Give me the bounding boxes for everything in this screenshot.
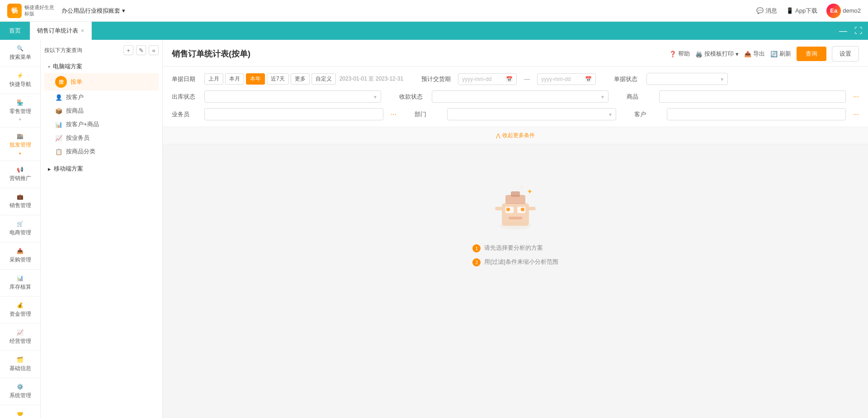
settings-button[interactable]: 设置 xyxy=(832,46,859,62)
empty-tip-2: 2 用[过滤]条件来缩小分析范围 xyxy=(472,258,558,266)
enterprise-icon: 🤝 xyxy=(17,411,24,417)
export-button[interactable]: 📤 导出 xyxy=(744,50,765,58)
date-btn-this-year[interactable]: 本年 xyxy=(246,73,265,85)
svg-text:✦: ✦ xyxy=(527,188,533,195)
page-actions: ❓ 帮助 🖨️ 按模板打印 📤 导出 🔄 刷新 xyxy=(669,46,859,62)
sidebar-item-base[interactable]: 🗂️ 基础信息 xyxy=(0,351,40,378)
goods-input[interactable] xyxy=(659,90,846,103)
chevron-up-icon: ▴ xyxy=(19,151,21,155)
sidebar-item-sales[interactable]: 💼 销售管理 xyxy=(0,188,40,215)
salesperson-more-icon[interactable]: ··· xyxy=(391,110,396,119)
tab-sales-order[interactable]: 销售订单统计表 × xyxy=(30,22,92,40)
collapse-icon: ⋀ xyxy=(496,133,500,139)
svg-point-5 xyxy=(521,208,524,211)
add-scheme-button[interactable]: + xyxy=(123,45,133,55)
empty-tip-1: 1 请先选择要分析的方案 xyxy=(472,244,558,252)
message-action[interactable]: 💬 消息 xyxy=(756,7,777,15)
sidebar-item-marketing[interactable]: 📢 营销推广 xyxy=(0,161,40,188)
close-icon[interactable]: × xyxy=(81,28,84,34)
date-btn-custom[interactable]: 自定义 xyxy=(311,73,336,85)
logo-icon: 畅 xyxy=(7,4,22,18)
sidebar-item-ecommerce[interactable]: 🛒 电商管理 xyxy=(0,215,40,242)
right-panel: 销售订单统计表(按单) ❓ 帮助 🖨️ 按模板打印 📤 导出 xyxy=(163,40,868,418)
refresh-icon: 🔄 xyxy=(770,51,778,57)
payment-select-wrapper xyxy=(432,90,609,103)
sidebar-item-system[interactable]: ⚙️ 系统管理 xyxy=(0,378,40,405)
department-select-wrapper xyxy=(447,108,616,120)
date-btn-more[interactable]: 更多 xyxy=(291,73,310,85)
print-button[interactable]: 🖨️ 按模板打印 xyxy=(695,50,739,58)
scheme-item-by-category[interactable]: 📋 按商品分类 xyxy=(44,145,159,158)
app-download-action[interactable]: 📱 App下载 xyxy=(786,7,817,15)
chevron-down-icon xyxy=(736,51,739,57)
expected-date-start[interactable]: yyyy-mm-dd 📅 xyxy=(458,73,517,85)
collapse-panel-button[interactable]: « xyxy=(149,45,159,55)
system-icon: ⚙️ xyxy=(17,384,24,390)
delivery-select[interactable] xyxy=(204,90,381,103)
scheme-item-by-order[interactable]: 按 按单 xyxy=(44,73,159,90)
mobile-group-header[interactable]: ▸ 移动端方案 xyxy=(44,162,159,176)
customer-input[interactable] xyxy=(667,108,846,120)
sidebar-item-enterprise[interactable]: 🤝 企业协同 xyxy=(0,405,40,418)
svg-rect-8 xyxy=(528,207,536,210)
sidebar-item-wholesale[interactable]: 🏬 批发管理 ▴ xyxy=(0,128,40,161)
scheme-item-by-goods[interactable]: 📦 按商品 xyxy=(44,104,159,118)
order-status-label: 单据状态 xyxy=(614,75,639,83)
finance-icon: 💰 xyxy=(17,302,24,309)
sidebar-item-operations[interactable]: 📈 经营管理 xyxy=(0,324,40,351)
top-bar-right: 💬 消息 📱 App下载 Ea demo2 xyxy=(756,4,861,18)
collapse-bar[interactable]: ⋀ 收起更多条件 xyxy=(163,127,868,144)
date-btn-last7days[interactable]: 近7天 xyxy=(267,73,289,85)
scheme-item-by-salesperson[interactable]: 📈 按业务员 xyxy=(44,131,159,145)
expected-date-end[interactable]: yyyy-mm-dd 📅 xyxy=(537,73,596,85)
user-profile[interactable]: Ea demo2 xyxy=(826,4,861,18)
chevron-down-icon xyxy=(122,7,125,14)
goods-filter-label: 商品 xyxy=(627,93,652,101)
desktop-group-header[interactable]: ▾ 电脑端方案 xyxy=(44,60,159,73)
empty-tips: 1 请先选择要分析的方案 2 用[过滤]条件来缩小分析范围 xyxy=(472,244,558,266)
message-icon: 💬 xyxy=(756,7,764,14)
empty-icon: ✦ ✧ xyxy=(488,180,542,235)
sidebar-item-retail[interactable]: 🏪 零售管理 xyxy=(0,94,40,128)
payment-select[interactable] xyxy=(432,90,609,103)
help-link[interactable]: ❓ 帮助 xyxy=(669,50,690,58)
tab-bar: 首页 销售订单统计表 × — ⛶ xyxy=(0,22,868,40)
sidebar-item-search[interactable]: 🔍 搜索菜单 xyxy=(0,40,40,67)
department-select[interactable] xyxy=(447,108,616,120)
category-icon: 📋 xyxy=(55,148,62,155)
scheme-item-by-customer-goods[interactable]: 📊 按客户+商品 xyxy=(44,118,159,131)
sidebar-item-quick-nav[interactable]: ⚡ 快捷导航 xyxy=(0,67,40,94)
salesperson-input[interactable] xyxy=(204,108,383,120)
date-shortcuts-group: 上月 本月 本年 近7天 更多 自定义 2023-01-01 至 2023-12… xyxy=(204,73,403,85)
date-btn-last-month[interactable]: 上月 xyxy=(204,73,223,85)
refresh-button[interactable]: 🔄 刷新 xyxy=(770,50,791,58)
search-button[interactable]: 查询 xyxy=(797,47,826,61)
salesperson-icon: 📈 xyxy=(55,135,62,142)
sidebar-item-inventory[interactable]: 📊 库存核算 xyxy=(0,270,40,297)
marketing-icon: 📢 xyxy=(17,166,24,173)
tab-home[interactable]: 首页 xyxy=(0,22,30,40)
goods-icon: 📦 xyxy=(55,108,62,114)
goods-more-icon[interactable]: ··· xyxy=(853,93,859,101)
app-name: 畅捷通好生意 标版 xyxy=(24,5,54,16)
calendar-icon: 📅 xyxy=(585,76,592,82)
scheme-panel-actions: + ✎ « xyxy=(123,45,159,55)
purchase-icon: 📥 xyxy=(17,248,24,254)
sidebar-item-finance[interactable]: 💰 资金管理 xyxy=(0,297,40,324)
order-status-select[interactable] xyxy=(646,73,728,85)
expand-arrow-icon: ▾ xyxy=(48,64,50,69)
minimize-icon[interactable]: — xyxy=(837,26,849,36)
scheme-item-by-customer[interactable]: 👤 按客户 xyxy=(44,90,159,104)
quick-nav-icon: ⚡ xyxy=(17,72,24,79)
chevron-down-icon xyxy=(19,117,21,122)
maximize-icon[interactable]: ⛶ xyxy=(853,26,864,36)
customer-more-icon[interactable]: ··· xyxy=(853,110,859,119)
ecommerce-icon: 🛒 xyxy=(17,221,24,227)
sidebar-item-purchase[interactable]: 📥 采购管理 xyxy=(0,242,40,270)
collapse-arrow-icon: ▸ xyxy=(48,166,51,172)
date-btn-this-month[interactable]: 本月 xyxy=(225,73,244,85)
filter-row-date: 单据日期 上月 本月 本年 近7天 更多 自定义 2023-01-01 至 20… xyxy=(172,73,859,85)
account-dropdown[interactable]: 办公用品行业模拟账套 xyxy=(61,7,125,15)
desktop-scheme-group: ▾ 电脑端方案 按 按单 👤 按客户 📦 按商品 📊 按客户+商品 xyxy=(44,60,159,158)
edit-scheme-button[interactable]: ✎ xyxy=(136,45,146,55)
